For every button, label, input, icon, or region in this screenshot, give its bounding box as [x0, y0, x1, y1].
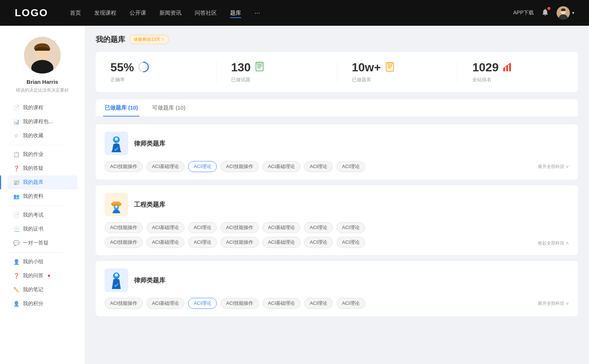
tag[interactable]: ACI基础理论 [262, 222, 301, 233]
my-qa-icon: ❓ [13, 273, 19, 279]
tag[interactable]: ACI基础理论 [147, 237, 185, 248]
nav-qa[interactable]: 问答社区 [195, 8, 217, 18]
tag[interactable]: ACI技能操作 [221, 222, 259, 233]
sidebar-item-favorites[interactable]: ☆ 我的收藏 [7, 129, 77, 143]
notification-btn[interactable] [541, 8, 549, 18]
stat-rank: 1029 全站排名 [458, 61, 578, 83]
qbank-card-2-collapse-btn[interactable]: 收起全部科目 ∧ [538, 237, 569, 248]
qbank-card-1-expand-btn[interactable]: 展开全部科目 ∨ [538, 164, 569, 170]
sidebar-item-materials[interactable]: 👥 我的资料 [7, 189, 77, 203]
svg-point-31 [115, 274, 118, 276]
user-menu-chevron: ▾ [572, 10, 574, 15]
stat-done-questions: 130 已做试题 [216, 61, 337, 83]
tag[interactable]: ACI基础理论 [147, 298, 185, 309]
tag[interactable]: ACI技能操作 [221, 298, 259, 309]
sidebar-item-qbank[interactable]: 📰 我的题库 [7, 175, 77, 189]
sidebar-menu: 📄 我的课程 📊 我的课程包... ☆ 我的收藏 📋 我的作业 ❓ 我的答疑 � [0, 101, 85, 311]
nav-qbank[interactable]: 题库 [230, 8, 241, 18]
qbank-card-3-expand-btn[interactable]: 展开全部科目 ∨ [538, 300, 569, 307]
answers-icon: ❓ [13, 165, 19, 171]
notification-badge [547, 7, 550, 10]
tag[interactable]: ACI基础理论 [262, 161, 301, 172]
done-banks-label: 已做题库 [352, 76, 371, 83]
nav-open[interactable]: 公开课 [130, 8, 146, 18]
nav-discover[interactable]: 发现课程 [94, 8, 116, 18]
main-nav: 首页 发现课程 公开课 新闻资讯 问答社区 题库 ··· [70, 8, 513, 18]
sidebar-item-homework[interactable]: 📋 我的作业 [7, 147, 77, 161]
sidebar-item-points[interactable]: 👤 我的积分 [7, 297, 77, 311]
favorites-icon: ☆ [13, 133, 19, 139]
doc-orange-icon [385, 62, 395, 74]
done-banks-value: 10w+ [352, 61, 381, 74]
tag[interactable]: ACI理论 [336, 222, 365, 233]
tag[interactable]: ACI基础理论 [147, 161, 185, 172]
rank-label: 全站排名 [472, 76, 491, 83]
tag-active[interactable]: ACI理论 [188, 161, 217, 172]
nav-home[interactable]: 首页 [70, 8, 81, 18]
tag[interactable]: ACI理论 [188, 237, 217, 248]
sidebar-item-answers[interactable]: ❓ 我的答疑 [7, 161, 77, 175]
rank-value: 1029 [472, 61, 498, 74]
qbank-card-2-tags: ACI技能操作 ACI基础理论 ACI理论 ACI技能操作 ACI基础理论 AC… [105, 222, 569, 248]
sidebar-item-exams[interactable]: 📄 我的考试 [7, 208, 77, 222]
app-download-btn[interactable]: APP下载 [513, 10, 534, 16]
tags-line-1: ACI技能操作 ACI基础理论 ACI理论 ACI技能操作 ACI基础理论 AC… [105, 222, 569, 233]
sidebar-item-my-qa[interactable]: ❓ 我的问答 [7, 269, 77, 283]
sidebar-item-groups[interactable]: 👤 我的小组 [7, 255, 77, 269]
accuracy-label: 正确率 [110, 76, 125, 83]
svg-point-24 [115, 138, 118, 140]
tag[interactable]: ACI理论 [304, 298, 333, 309]
done-q-value: 130 [231, 61, 251, 74]
tag[interactable]: ACI技能操作 [221, 237, 259, 248]
svg-point-29 [115, 206, 117, 208]
exams-icon: 📄 [13, 212, 19, 218]
nav-news[interactable]: 新闻资讯 [159, 8, 181, 18]
tag[interactable]: ACI技能操作 [221, 161, 259, 172]
sidebar-item-tutor[interactable]: 💬 一对一答疑 [7, 236, 77, 250]
tag[interactable]: ACI技能操作 [105, 161, 143, 172]
qbank-card-1-header: 律师类题库 [105, 132, 569, 155]
qbank-card-3: 律师类题库 ACI技能操作 ACI基础理论 ACI理论 ACI技能操作 ACI基… [96, 261, 578, 316]
tag[interactable]: ACI理论 [336, 237, 365, 248]
qbank-icon: 📰 [13, 179, 19, 185]
certificates-icon: 📃 [13, 226, 19, 232]
profile-motto: 错误的决定比没有决定要好 [16, 87, 69, 93]
tab-done-banks[interactable]: 已做题库 (10) [103, 99, 140, 117]
sidebar-item-courses[interactable]: 📄 我的课程 [7, 101, 77, 115]
tag[interactable]: ACI理论 [304, 237, 333, 248]
qbank-card-3-tags: ACI技能操作 ACI基础理论 ACI理论 ACI技能操作 ACI基础理论 AC… [105, 298, 569, 309]
tag[interactable]: ACI基础理论 [262, 237, 301, 248]
sidebar-item-notes[interactable]: ✏️ 我的笔记 [7, 283, 77, 297]
svg-rect-16 [386, 63, 394, 64]
qbank-card-1: 律师类题库 ACI技能操作 ACI基础理论 ACI理论 ACI技能操作 ACI基… [96, 124, 578, 179]
user-avatar [557, 6, 570, 19]
tag[interactable]: ACI技能操作 [105, 237, 143, 248]
sidebar-item-course-packs[interactable]: 📊 我的课程包... [7, 115, 77, 129]
nav-more[interactable]: ··· [254, 8, 260, 18]
qbank-card-1-title: 律师类题库 [134, 139, 165, 148]
tag[interactable]: ACI理论 [188, 222, 217, 233]
sidebar-divider-2 [7, 206, 63, 206]
header-right: APP下载 ▾ [513, 6, 574, 19]
tag[interactable]: ACI技能操作 [105, 222, 143, 233]
main-content: 我的题库 体验剩余23天！ 55% 正确率 [85, 26, 589, 364]
tag[interactable]: ACI技能操作 [105, 298, 143, 309]
tag[interactable]: ACI理论 [336, 161, 365, 172]
tags-line-2: ACI技能操作 ACI基础理论 ACI理论 ACI技能操作 ACI基础理论 AC… [105, 237, 569, 248]
svg-rect-17 [503, 68, 505, 71]
sidebar-item-certificates[interactable]: 📃 我的证书 [7, 222, 77, 236]
sidebar: Brian Harris 错误的决定比没有决定要好 📄 我的课程 📊 我的课程包… [0, 26, 85, 364]
tag[interactable]: ACI理论 [304, 161, 333, 172]
qbank-card-2: 工程类题库 ACI技能操作 ACI基础理论 ACI理论 ACI技能操作 ACI基… [96, 185, 578, 255]
tag[interactable]: ACI理论 [304, 222, 333, 233]
header: LOGO 首页 发现课程 公开课 新闻资讯 问答社区 题库 ··· APP下载 [0, 0, 589, 26]
tag[interactable]: ACI基础理论 [262, 298, 301, 309]
tabs-row: 已做题库 (10) 可做题库 (10) [96, 99, 578, 117]
tag[interactable]: ACI理论 [336, 298, 365, 309]
user-avatar-btn[interactable]: ▾ [557, 6, 574, 19]
stat-done-banks: 10w+ 已做题库 [337, 61, 458, 83]
tag[interactable]: ACI基础理论 [147, 222, 185, 233]
sidebar-divider-1 [7, 145, 63, 145]
tag-active[interactable]: ACI理论 [188, 298, 217, 309]
tab-available-banks[interactable]: 可做题库 (10) [151, 99, 187, 117]
